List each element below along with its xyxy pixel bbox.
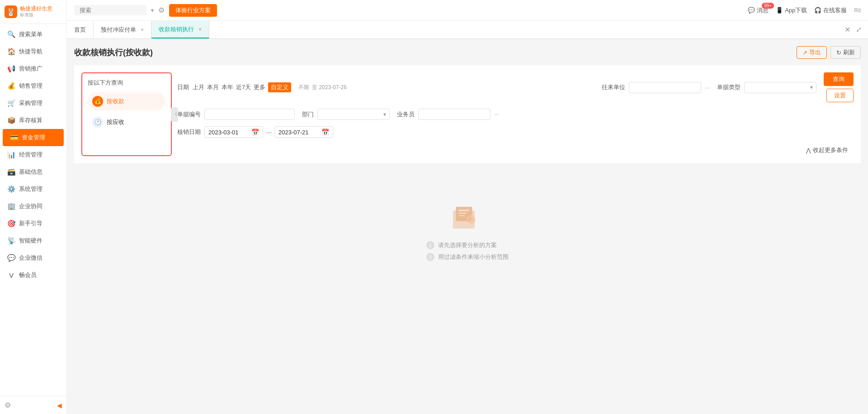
tab-home[interactable]: 首页: [67, 21, 94, 38]
tip-num-1: 1: [426, 241, 434, 249]
logo-text: 畅捷通好生意 标准版: [20, 5, 52, 18]
staff-dots[interactable]: ···: [494, 111, 499, 118]
staff-input[interactable]: [418, 109, 491, 120]
filter-by-receipt[interactable]: 💰 按收款: [88, 92, 165, 110]
funds-icon: 💳: [10, 133, 18, 142]
sidebar-item-marketing[interactable]: 📢营销推广: [0, 60, 66, 77]
sidebar-label-inventory: 库存核算: [19, 116, 42, 124]
sidebar-item-enterprise[interactable]: 🏢企业协同: [0, 198, 66, 215]
writeoff-date-label: 核销日期: [177, 128, 201, 136]
writeoff-date-start-input[interactable]: 2023-03-01 📅: [204, 126, 263, 138]
sidebar-item-wechat[interactable]: 💬企业微信: [0, 249, 66, 266]
topbar-online-service[interactable]: 🎧 在线客服: [814, 6, 847, 14]
search-icon: 🔍: [7, 30, 15, 38]
sidebar-label-system: 系统管理: [19, 185, 42, 193]
gear-icon[interactable]: ⚙: [158, 6, 165, 14]
tab-close-all-btn[interactable]: ✕: [843, 24, 852, 36]
page-header: 收款核销执行(按收款) ↗ 导出 ↻ 刷新: [74, 46, 861, 59]
sidebar-label-marketing: 营销推广: [19, 65, 42, 73]
sidebar-collapse-btn[interactable]: ◀: [57, 402, 62, 409]
sidebar-item-basic[interactable]: 🗃️基础信息: [0, 163, 66, 181]
filter-by-receivable[interactable]: 🕐 按应收: [88, 113, 165, 131]
filter-row-1: 日期 上月 本月 本年 近7天 更多 自定义 不限: [177, 72, 854, 102]
sidebar-label-wechat: 企业微信: [19, 254, 42, 262]
doc-type-select[interactable]: [744, 82, 816, 93]
writeoff-date-end-input[interactable]: 2023-07-21 📅: [274, 126, 333, 138]
date-custom[interactable]: 自定义: [268, 82, 291, 92]
tip-text-1: 请先选择要分析的方案: [438, 241, 497, 249]
counterpart-dots[interactable]: ···: [705, 84, 710, 91]
filter-doc-number-field: 单据编号: [177, 109, 295, 120]
collapse-icon: ⋀: [806, 147, 811, 154]
sidebar-item-vip[interactable]: V畅会员: [0, 266, 66, 284]
topbar-search-input[interactable]: [74, 5, 146, 15]
tab-expand-btn[interactable]: ⤢: [854, 24, 863, 36]
tip-num-2: 2: [426, 253, 434, 261]
topbar-app-download[interactable]: 📱 App下载: [776, 6, 807, 14]
sidebar-item-hardware[interactable]: 📡智能硬件: [0, 232, 66, 249]
empty-tip-1: 1 请先选择要分析的方案: [426, 241, 509, 249]
doc-type-select-wrapper: [744, 82, 816, 93]
sidebar-item-purchase[interactable]: 🛒采购管理: [0, 95, 66, 112]
marketing-icon: 📢: [7, 65, 15, 73]
sidebar-item-funds[interactable]: 💳资金管理: [3, 129, 64, 146]
settings-icon[interactable]: ⚙: [5, 401, 11, 409]
counterpart-input[interactable]: [629, 82, 701, 93]
content-area: 收款核销执行(按收款) ↗ 导出 ↻ 刷新 按以下方查询: [67, 39, 868, 414]
sidebar-item-sales[interactable]: 💰销售管理: [0, 77, 66, 95]
date-shortcuts: 上月 本月 本年 近7天 更多 自定义: [193, 82, 291, 92]
dropdown-icon: ▾: [151, 7, 154, 14]
calendar-end-icon: 📅: [321, 128, 329, 136]
tab-receipt-writeoff[interactable]: 收款核销执行 ×: [151, 21, 209, 38]
export-btn[interactable]: ↗ 导出: [797, 46, 827, 59]
sidebar-item-system[interactable]: ⚙️系统管理: [0, 181, 66, 198]
tab-prepay-close[interactable]: ×: [141, 27, 144, 33]
sidebar-item-search[interactable]: 🔍搜索菜单: [0, 26, 66, 43]
topbar-message[interactable]: 💬 消息 99+: [748, 6, 769, 14]
tab-prepay[interactable]: 预付冲应付单 ×: [94, 21, 151, 38]
wechat-icon: 💬: [7, 254, 15, 262]
sidebar: 🐰 畅捷通好生意 标准版 🔍搜索菜单🏠快捷导航📢营销推广💰销售管理🛒采购管理📦库…: [0, 0, 67, 414]
department-select[interactable]: [317, 109, 390, 120]
by-receivable-icon: 🕐: [92, 117, 103, 128]
tip-text-2: 用过滤条件来缩小分析范围: [438, 253, 509, 261]
page-title: 收款核销执行(按收款): [74, 47, 797, 58]
date-label: 日期: [177, 83, 189, 91]
date-this-year[interactable]: 本年: [222, 83, 233, 91]
doc-number-label: 单据编号: [177, 110, 201, 119]
tabbar: 首页 预付冲应付单 × 收款核销执行 × ✕ ⤢: [67, 21, 868, 39]
filter-collapse-btn[interactable]: 《: [171, 107, 178, 122]
basic-icon: 🗃️: [7, 168, 15, 176]
filter-row-3: 核销日期 2023-03-01 📅 — 2023-07-21 📅: [177, 126, 854, 138]
date-to-text: 至 2023-07-26: [312, 84, 347, 91]
app-icon: 📱: [776, 7, 783, 14]
refresh-btn[interactable]: ↻ 刷新: [830, 46, 861, 59]
settings-btn[interactable]: 设置: [826, 89, 854, 102]
service-label: 在线客服: [823, 6, 847, 14]
doc-number-input[interactable]: [204, 109, 295, 120]
tab-receipt-writeoff-close[interactable]: ×: [198, 26, 202, 33]
filter-area: 按以下方查询 💰 按收款 🕐 按应收 《: [74, 65, 861, 163]
date-7days[interactable]: 近7天: [236, 83, 251, 91]
solution-btn[interactable]: 体验行业方案: [169, 4, 217, 17]
date-this-month[interactable]: 本月: [207, 83, 219, 91]
date-last-month[interactable]: 上月: [193, 83, 204, 91]
sales-icon: 💰: [7, 82, 15, 90]
date-more[interactable]: 更多: [254, 83, 265, 91]
sidebar-item-newbie[interactable]: 🎯新手引导: [0, 215, 66, 232]
sidebar-item-business[interactable]: 📊经营管理: [0, 146, 66, 163]
topbar: ▾ ⚙ 体验行业方案 💬 消息 99+ 📱 App下载 🎧 在线客服 Rit: [67, 0, 868, 21]
filter-staff-field: 业务员 ···: [397, 109, 499, 120]
sidebar-label-search: 搜索菜单: [19, 30, 42, 38]
by-receipt-icon: 💰: [92, 96, 103, 107]
query-btn[interactable]: 查询: [824, 72, 854, 86]
filter-writeoff-date-field: 核销日期 2023-03-01 📅 — 2023-07-21 📅: [177, 126, 333, 138]
sidebar-item-quick-nav[interactable]: 🏠快捷导航: [0, 43, 66, 60]
sidebar-item-inventory[interactable]: 📦库存核算: [0, 112, 66, 129]
filter-counterpart-field: 往来单位 ···: [602, 82, 710, 93]
page: 收款核销执行(按收款) ↗ 导出 ↻ 刷新 按以下方查询: [67, 39, 868, 305]
date-range-separator: —: [266, 129, 272, 136]
doc-type-label: 单据类型: [717, 83, 741, 91]
collapse-more-btn[interactable]: ⋀ 收起更多条件: [801, 144, 854, 156]
topbar-user[interactable]: Rit: [854, 7, 861, 14]
